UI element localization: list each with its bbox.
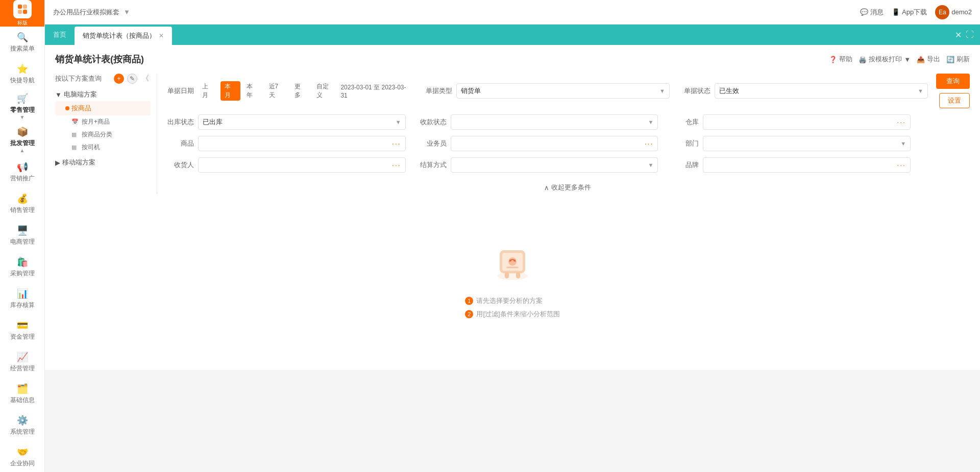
scheme-item-by-category[interactable]: ▦ 按商品分类 [55, 128, 151, 141]
product-dots-icon: ··· [392, 139, 401, 148]
main-area: 办公用品行业模拟账套 ▼ 💬 消息 📱 App下载 Ea demo2 首页 销货… [45, 0, 980, 472]
sidebar-item-quick[interactable]: ⭐ 快捷导航 [0, 58, 45, 90]
date-tab-last-month[interactable]: 上月 [198, 81, 218, 101]
date-range-value: 2023-03-01 至 2023-03-31 [340, 83, 411, 99]
edit-scheme-btn[interactable]: ✎ [127, 74, 137, 84]
header-actions: 💬 消息 📱 App下载 Ea demo2 [860, 5, 972, 19]
scheme-item-by-product[interactable]: 按商品 [55, 101, 151, 115]
sidebar-item-system[interactable]: ⚙️ 系统管理 [0, 410, 45, 441]
settle-selector[interactable]: ▼ [451, 157, 658, 173]
scheme-group-mobile: ▶ 移动端方案 [55, 156, 151, 169]
filter-warehouse: 仓库 ··· [670, 114, 911, 130]
date-tab-7days[interactable]: 近7天 [265, 81, 288, 101]
enterprise-icon: 🤝 [17, 446, 28, 458]
filter-salesperson: 业务员 ··· [418, 136, 658, 151]
doc-type-label: 单据类型 [424, 86, 452, 96]
dept-label: 部门 [670, 139, 699, 148]
brand-label: 品牌 [670, 160, 699, 170]
sidebar-item-purchase[interactable]: 🛍️ 采购管理 [0, 251, 45, 283]
out-status-selector[interactable]: 已出库 ▼ [198, 114, 406, 130]
ecommerce-icon: 🖥️ [17, 225, 28, 236]
sidebar-item-marketing[interactable]: 📢 营销推广 [0, 156, 45, 188]
calendar-icon: 📅 [71, 119, 80, 125]
date-tab-this-year[interactable]: 本年 [242, 81, 263, 101]
query-button[interactable]: 查询 [936, 74, 970, 89]
app-download-btn[interactable]: 📱 App下载 [892, 8, 927, 17]
message-btn[interactable]: 💬 消息 [860, 8, 884, 17]
date-tabs-group: 上月 本月 本年 近7天 更多 自定义 2023-03-01 至 2023-03… [198, 81, 411, 101]
sidebar-item-enterprise[interactable]: 🤝 企业协同 [0, 441, 45, 472]
user-profile[interactable]: Ea demo2 [935, 5, 972, 19]
close-window-icon[interactable]: ✕ [955, 30, 962, 40]
setting-button[interactable]: 设置 [939, 93, 970, 108]
filter-area: 按以下方案查询 + ✎ 《 ▼ 电脑端方案 [55, 74, 970, 194]
doc-status-chevron-icon: ▼ [918, 88, 923, 94]
sidebar-item-inventory[interactable]: 📊 库存核算 [0, 283, 45, 315]
sidebar-item-basic[interactable]: 🗂️ 基础信息 [0, 378, 45, 410]
filter-settle: 结算方式 ▼ [418, 157, 658, 173]
sidebar-item-finance[interactable]: 💳 资金管理 [0, 315, 45, 346]
workspace-label: 办公用品行业模拟账套 [53, 8, 119, 17]
page-actions: ❓ 帮助 🖨️ 按模板打印 ▼ 📤 导出 🔄 刷新 [829, 55, 970, 64]
triangle-icon: ▼ [55, 91, 62, 99]
logo-icon [13, 0, 32, 18]
page-title: 销货单统计表(按商品) [55, 53, 144, 65]
refresh-btn[interactable]: 🔄 刷新 [946, 55, 970, 64]
system-icon: ⚙️ [17, 415, 28, 426]
svg-rect-2 [18, 10, 22, 14]
scheme-item-by-month-product[interactable]: 📅 按月+商品 [55, 115, 151, 128]
collapse-scheme-btn[interactable]: 《 [140, 74, 151, 84]
tab-sales-stat[interactable]: 销货单统计表（按商品） ✕ [75, 27, 172, 45]
sidebar-item-sales[interactable]: 💰 销售管理 [0, 188, 45, 220]
filter-actions: ∧ 收起更多条件 [165, 179, 970, 194]
doc-type-selector[interactable]: 销货单 ▼ [456, 83, 670, 99]
basic-icon: 🗂️ [17, 383, 28, 394]
sidebar-item-search[interactable]: 🔍 搜索菜单 [0, 27, 45, 58]
add-scheme-btn[interactable]: + [114, 74, 124, 84]
dept-selector[interactable]: ▼ [703, 136, 911, 151]
tab-bar: 首页 销货单统计表（按商品） ✕ ✕ ⛶ [45, 25, 980, 45]
date-tab-this-month[interactable]: 本月 [220, 81, 241, 101]
scheme-group-desktop-toggle[interactable]: ▼ 电脑端方案 [55, 88, 151, 101]
scheme-group-mobile-toggle[interactable]: ▶ 移动端方案 [55, 156, 151, 169]
filter-receiver: 收货人 ··· [165, 157, 406, 173]
filter-doc-status: 单据状态 已生效 ▼ [682, 83, 928, 99]
print-btn[interactable]: 🖨️ 按模板打印 ▼ [859, 55, 911, 64]
svg-point-8 [509, 259, 511, 262]
export-icon: 📤 [917, 56, 925, 63]
chevron-down-icon: ▼ [20, 114, 25, 120]
date-tab-custom[interactable]: 自定义 [312, 81, 338, 101]
workspace-dropdown-icon[interactable]: ▼ [124, 8, 130, 16]
app-logo[interactable]: 标版 [0, 0, 45, 27]
brand-selector[interactable]: ··· [703, 157, 911, 173]
help-btn[interactable]: ❓ 帮助 [829, 55, 852, 64]
export-btn[interactable]: 📤 导出 [917, 55, 940, 64]
maximize-icon[interactable]: ⛶ [966, 30, 974, 40]
collect-status-selector[interactable]: ▼ [451, 114, 658, 130]
collapse-filters-btn[interactable]: ∧ 收起更多条件 [544, 183, 591, 192]
tab-close-icon[interactable]: ✕ [159, 32, 164, 39]
scheme-panel-title: 按以下方案查询 [55, 74, 102, 83]
sidebar-item-operations[interactable]: 📈 经营管理 [0, 346, 45, 378]
empty-tip-2: 2 用[过滤]条件来缩小分析范围 [465, 308, 559, 321]
salesperson-selector[interactable]: ··· [451, 136, 658, 151]
doc-status-selector[interactable]: 已生效 ▼ [715, 83, 928, 99]
sidebar-group-wholesale[interactable]: 📦 批发管理 ▲ [0, 123, 45, 156]
brand-dots-icon: ··· [897, 161, 906, 169]
svg-rect-10 [506, 267, 519, 268]
product-selector[interactable]: ··· [198, 136, 406, 151]
filter-row-4: 收货人 ··· 结算方式 ▼ [165, 157, 970, 173]
receiver-selector[interactable]: ··· [198, 157, 406, 173]
warehouse-dots-icon: ··· [897, 118, 906, 126]
filter-doc-type: 单据类型 销货单 ▼ [424, 83, 670, 99]
sales-icon: 💰 [17, 193, 28, 204]
scheme-item-by-driver[interactable]: ▦ 按司机 [55, 141, 151, 154]
tab-home[interactable]: 首页 [45, 25, 75, 45]
warehouse-selector[interactable]: ··· [703, 114, 911, 130]
date-tab-more[interactable]: 更多 [290, 81, 311, 101]
sidebar-item-ecommerce[interactable]: 🖥️ 电商管理 [0, 220, 45, 251]
receiver-label: 收货人 [165, 160, 194, 170]
receiver-dots-icon: ··· [392, 161, 401, 169]
sidebar-group-retail[interactable]: 🛒 零售管理 ▼ [0, 90, 45, 123]
avatar: Ea [935, 5, 949, 19]
